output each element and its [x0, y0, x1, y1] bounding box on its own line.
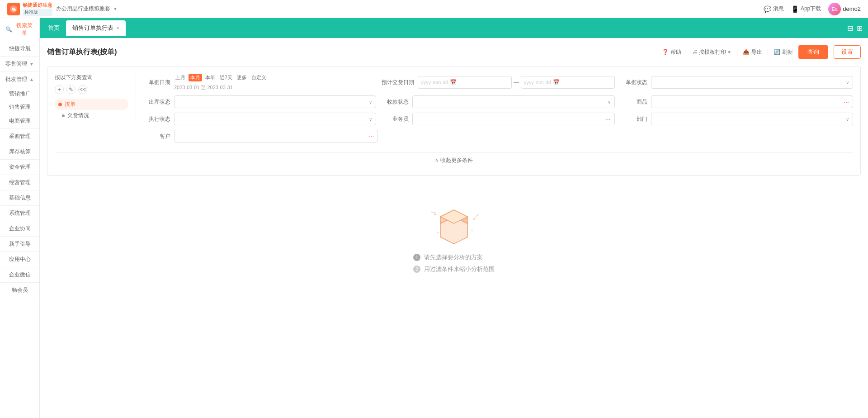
logo-text: 畅捷通好生意 标准版 [23, 2, 52, 16]
sidebar-item-purchase[interactable]: 采购管理 [0, 129, 39, 144]
filter-group-expected-date: 预计交货日期 yyyy-mm-dd 📅 — yyyy-mm-dd [382, 74, 614, 91]
plan-item-shortage[interactable]: 欠货情况 [55, 110, 128, 121]
sidebar-item-member[interactable]: 畅会员 [0, 283, 39, 298]
sidebar-item-ecommerce[interactable]: 电商管理 [0, 114, 39, 129]
hint-number-1: 1 [413, 254, 420, 261]
date-tag-last-month[interactable]: 上月 [174, 74, 187, 81]
nav-label: 办公用品行业模拟账套 [56, 5, 110, 13]
calendar-icon-2: 📅 [553, 79, 560, 86]
template-print-button[interactable]: 🖨 按模板打印 ▼ [693, 48, 731, 56]
avatar: Ea [828, 3, 841, 15]
expected-date-start[interactable]: yyyy-mm-dd 📅 [418, 76, 512, 89]
date-tag-more[interactable]: 更多 [236, 74, 248, 81]
expected-date-label: 预计交货日期 [382, 79, 414, 86]
refresh-button[interactable]: 🔄 刷新 [774, 48, 793, 56]
logo-icon: 畅 [7, 3, 20, 15]
sidebar-item-guide[interactable]: 新手引导 [0, 237, 39, 252]
header-nav[interactable]: 办公用品行业模拟账套 ▼ [56, 5, 118, 13]
plan-dot-inactive [62, 114, 65, 117]
tab-sales-order[interactable]: 销售订单执行表 × [66, 20, 126, 36]
date-tag-custom[interactable]: 自定义 [250, 74, 268, 81]
ship-status-select[interactable]: ∨ [174, 95, 376, 108]
payment-status-select[interactable]: ∨ [412, 95, 614, 108]
tab-home[interactable]: 首页 [42, 20, 66, 36]
hint-number-2: 2 [413, 266, 420, 273]
sidebar-item-wechat[interactable]: 企业微信 [0, 267, 39, 283]
sidebar-item-marketing[interactable]: 营销推广 [0, 87, 39, 100]
sidebar-item-inventory[interactable]: 库存核算 [0, 144, 39, 160]
date-picker-group: 上月 本月 本年 近7天 更多 自定义 2023-03-01 至 2023-03… [174, 74, 376, 91]
message-icon: 💬 [764, 5, 771, 13]
header-right: 💬 消息 📱 App下载 Ea demo2 [764, 3, 861, 15]
collapse-more-button[interactable]: ∧ 收起更多条件 [55, 153, 853, 168]
user-name: demo2 [843, 5, 861, 12]
customer-select[interactable]: ··· [174, 130, 378, 142]
sidebar-item-finance[interactable]: 资金管理 [0, 160, 39, 175]
product-select[interactable]: ··· [651, 95, 853, 108]
dept-select[interactable]: ∨ [651, 113, 853, 125]
collapse-icon: << [80, 86, 86, 93]
svg-line-11 [476, 214, 479, 217]
add-plan-button[interactable]: + [55, 85, 64, 94]
nav-arrow-icon[interactable]: ▼ [113, 6, 118, 11]
empty-hint-1: 1 请先选择要分析的方案 [413, 253, 495, 261]
sidebar-quick-nav[interactable]: 快捷导航 [0, 41, 39, 57]
collapse-plan-button[interactable]: << [78, 85, 87, 94]
minimize-icon[interactable]: ⊟ [847, 24, 853, 33]
date-range-display: 2023-03-01 至 2023-03-31 [174, 84, 376, 91]
edit-icon: ✎ [69, 86, 73, 93]
edit-plan-button[interactable]: ✎ [66, 85, 75, 94]
exec-status-select[interactable]: ∨ [174, 113, 376, 125]
sidebar-search[interactable]: 🔍 搜索菜单 [0, 18, 39, 41]
content-area: 首页 销售订单执行表 × ⊟ ⊞ 销售订单执行表(按单) ❓ 帮助 [40, 18, 868, 418]
salesman-select[interactable]: ··· [412, 113, 614, 125]
filter-group-product: 商品 ··· [620, 95, 853, 108]
sidebar-item-appstore[interactable]: 应用中心 [0, 252, 39, 267]
svg-point-6 [434, 214, 436, 215]
refresh-icon: 🔄 [774, 49, 780, 55]
query-button[interactable]: 查询 [798, 45, 828, 59]
tab-controls: ⊟ ⊞ [847, 24, 866, 33]
exec-status-label: 执行状态 [143, 115, 170, 123]
doc-status-select[interactable]: ∨ [651, 76, 853, 89]
plan-item-order[interactable]: 按单 [55, 99, 128, 110]
sidebar-item-system[interactable]: 系统管理 [0, 206, 39, 221]
salesman-label: 业务员 [382, 115, 409, 123]
salesman-dots-icon[interactable]: ··· [605, 115, 611, 123]
maximize-icon[interactable]: ⊞ [857, 24, 863, 33]
expected-date-end[interactable]: yyyy-mm-dd 📅 [521, 76, 615, 89]
svg-point-9 [472, 230, 473, 231]
tab-close-icon[interactable]: × [116, 25, 119, 31]
app-download-button[interactable]: 📱 App下载 [791, 5, 821, 13]
sidebar-item-operation[interactable]: 经营管理 [0, 175, 39, 190]
page-title-row: 销售订单执行表(按单) ❓ 帮助 🖨 按模板打印 ▼ 📤 [47, 45, 861, 59]
sidebar-item-sales[interactable]: 销售管理 [0, 100, 39, 114]
filter-fields: 单据日期 上月 本月 本年 近7天 更多 自定义 [136, 74, 853, 147]
divider2 [737, 48, 737, 56]
user-profile[interactable]: Ea demo2 [828, 3, 861, 15]
sidebar-item-basic[interactable]: 基础信息 [0, 190, 39, 206]
date-tag-7days[interactable]: 近7天 [218, 74, 234, 81]
sidebar-item-wholesale[interactable]: 批发管理 ▲ [0, 72, 39, 87]
message-button[interactable]: 💬 消息 [764, 5, 784, 13]
filter-group-ship: 出库状态 ∨ [143, 95, 376, 108]
product-dots-icon[interactable]: ··· [844, 98, 849, 105]
plus-icon: + [57, 86, 61, 93]
date-tag-this-month[interactable]: 本月 [189, 74, 202, 81]
help-icon: ❓ [662, 49, 669, 55]
filter-group-doc-status: 单据状态 ∨ [620, 74, 853, 91]
divider [687, 48, 687, 56]
page-title: 销售订单执行表(按单) [47, 48, 117, 57]
sidebar-item-enterprise[interactable]: 企业协同 [0, 221, 39, 237]
filter-row-3: 执行状态 ∨ 业务员 ·· [143, 113, 853, 125]
app-download-icon: 📱 [791, 5, 799, 13]
export-button[interactable]: 📤 导出 [743, 48, 762, 56]
help-button[interactable]: ❓ 帮助 [662, 48, 681, 56]
doc-status-label: 单据状态 [620, 79, 647, 86]
date-tag-this-year[interactable]: 本年 [204, 74, 217, 81]
customer-dots-icon[interactable]: ··· [369, 133, 374, 140]
setting-button[interactable]: 设置 [834, 45, 861, 59]
page-actions: ❓ 帮助 🖨 按模板打印 ▼ 📤 导出 [662, 45, 861, 59]
sidebar-item-retail[interactable]: 零售管理 ▼ [0, 57, 39, 72]
svg-point-8 [438, 232, 439, 233]
